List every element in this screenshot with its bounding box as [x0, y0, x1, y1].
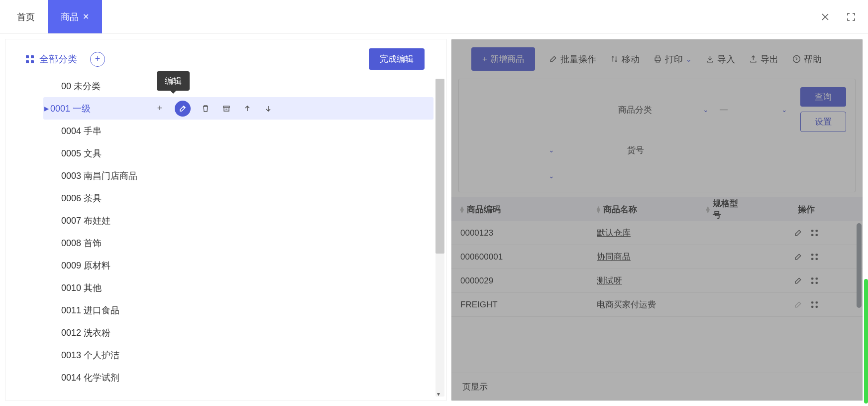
chevron-down-icon: ⌄: [548, 172, 554, 180]
category-item[interactable]: 0004 手串: [48, 120, 434, 142]
table-header: ▴▾商品编码 ▴▾商品名称 ▴▾规格型号 操作: [451, 197, 863, 221]
svg-rect-14: [816, 258, 818, 260]
print-button[interactable]: 打印 ⌄: [653, 53, 692, 65]
cell-op: [750, 276, 863, 285]
help-button[interactable]: 帮助: [792, 53, 822, 65]
print-label: 打印: [665, 53, 683, 65]
sort-icon: ▴▾: [460, 206, 464, 213]
table-row[interactable]: 0000029 测试呀: [451, 269, 863, 293]
category-to-select[interactable]: ⌄: [736, 102, 790, 118]
table-wrap: ▴▾商品编码 ▴▾商品名称 ▴▾规格型号 操作 0000123 默认仓库 000…: [451, 197, 863, 373]
sort-icon: [610, 55, 619, 63]
scrollbar-track[interactable]: ▾: [435, 79, 444, 397]
category-panel: 全部分类 + 完成编辑 编辑 00 未分类 ▶ 0001 一级 +: [5, 39, 447, 401]
move-label: 移动: [622, 53, 640, 65]
svg-rect-8: [816, 230, 818, 232]
category-item[interactable]: 00 未分类: [48, 75, 434, 97]
grid-icon: [25, 55, 34, 64]
edit-icon: [549, 55, 557, 63]
th-code[interactable]: ▴▾商品编码: [451, 204, 591, 215]
tab-home-label: 首页: [17, 11, 35, 23]
category-item[interactable]: 0006 茶具: [48, 187, 434, 209]
fullscreen-button[interactable]: [841, 7, 861, 27]
filter-field2-select[interactable]: ⌄: [468, 168, 557, 184]
category-item-selected[interactable]: ▶ 0001 一级 +: [43, 97, 434, 120]
batch-button[interactable]: 批量操作: [549, 53, 596, 65]
svg-rect-20: [816, 301, 818, 303]
move-down-icon[interactable]: [262, 103, 274, 115]
row-more-icon[interactable]: [810, 276, 819, 285]
export-label: 导出: [760, 53, 778, 65]
chevron-down-icon: ⌄: [703, 106, 709, 114]
product-panel: + 新增商品 批量操作 移动 打印 ⌄ 导入: [451, 39, 863, 401]
category-item[interactable]: 0007 布娃娃: [48, 209, 434, 232]
svg-rect-9: [811, 234, 813, 236]
add-product-button[interactable]: + 新增商品: [471, 47, 535, 71]
move-up-icon[interactable]: [241, 103, 253, 115]
scrollbar-thumb[interactable]: [435, 79, 444, 254]
sort-icon: ▴▾: [706, 206, 710, 213]
cell-code: 000600001: [451, 252, 591, 262]
svg-rect-4: [223, 106, 229, 108]
row-edit-icon[interactable]: [794, 229, 802, 237]
query-button[interactable]: 查询: [800, 87, 846, 107]
add-category-button[interactable]: +: [90, 52, 105, 67]
table-row[interactable]: 000600001 协同商品: [451, 245, 863, 269]
add-product-label: 新增商品: [490, 53, 524, 65]
print-icon: [653, 55, 662, 63]
filter-itemno-label: 货号: [627, 144, 644, 156]
main-area: 全部分类 + 完成编辑 编辑 00 未分类 ▶ 0001 一级 +: [0, 34, 868, 406]
row-more-icon[interactable]: [810, 229, 819, 237]
category-from-select[interactable]: ⌄: [657, 102, 712, 118]
category-item[interactable]: 0012 洗衣粉: [48, 321, 434, 344]
all-categories-link[interactable]: 全部分类: [39, 53, 77, 66]
import-button[interactable]: 导入: [706, 53, 735, 65]
row-edit-icon[interactable]: [794, 276, 802, 285]
filter-box: 商品分类 ⌄ — ⌄ 查询 设置 ⌄ 货号 ⌄: [458, 79, 856, 192]
close-all-button[interactable]: [815, 7, 835, 27]
category-item[interactable]: 0009 原材料: [48, 254, 434, 276]
export-button[interactable]: 导出: [749, 53, 778, 65]
category-item[interactable]: 0005 文具: [48, 142, 434, 164]
th-spec[interactable]: ▴▾规格型号: [700, 198, 750, 221]
table-scrollbar[interactable]: [857, 223, 862, 308]
row-edit-icon[interactable]: [794, 253, 802, 261]
edit-icon[interactable]: [175, 101, 191, 117]
move-button[interactable]: 移动: [610, 53, 640, 65]
done-edit-button[interactable]: 完成编辑: [369, 48, 425, 70]
svg-point-6: [793, 56, 800, 63]
svg-rect-1: [31, 55, 34, 58]
category-item[interactable]: 0013 个人护洁: [48, 344, 434, 366]
tab-product[interactable]: 商品 ✕: [48, 0, 102, 33]
category-label: 0011 进口食品: [61, 304, 119, 316]
th-name[interactable]: ▴▾商品名称: [591, 204, 700, 215]
range-dash: —: [720, 105, 728, 114]
product-link[interactable]: 默认仓库: [597, 227, 631, 239]
add-child-icon[interactable]: +: [154, 103, 166, 115]
scroll-down-icon[interactable]: ▾: [437, 391, 440, 398]
category-item[interactable]: 0003 南昌门店商品: [48, 164, 434, 187]
row-more-icon[interactable]: [810, 300, 819, 309]
delete-icon[interactable]: [200, 103, 212, 115]
category-item[interactable]: 0010 其他: [48, 276, 434, 299]
svg-rect-3: [31, 60, 34, 63]
filter-field-select[interactable]: ⌄: [468, 142, 557, 158]
help-icon: [792, 55, 801, 63]
settings-button[interactable]: 设置: [800, 112, 846, 132]
archive-icon[interactable]: [220, 103, 232, 115]
table-row[interactable]: 0000123 默认仓库: [451, 221, 863, 245]
category-item[interactable]: 0008 首饰: [48, 232, 434, 254]
table-row[interactable]: FREIGHT 电商买家付运费: [451, 293, 863, 317]
category-item[interactable]: 0011 进口食品: [48, 299, 434, 321]
product-link[interactable]: 协同商品: [597, 251, 631, 263]
tab-home[interactable]: 首页: [4, 0, 48, 33]
product-link[interactable]: 测试呀: [597, 275, 622, 286]
category-label: 0008 首饰: [61, 237, 102, 249]
category-item[interactable]: 0014 化学试剂: [48, 366, 434, 389]
category-label: 0007 布娃娃: [61, 215, 110, 227]
close-icon[interactable]: ✕: [83, 12, 89, 21]
cell-code: FREIGHT: [451, 300, 591, 310]
expand-icon[interactable]: ▶: [44, 105, 49, 112]
row-more-icon[interactable]: [810, 253, 819, 261]
cell-op: [750, 300, 863, 309]
